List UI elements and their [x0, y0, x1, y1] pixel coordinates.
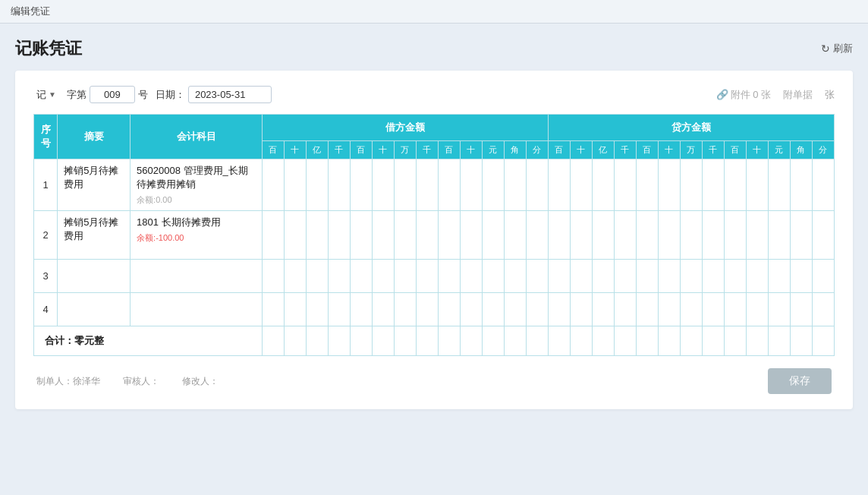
row-3-credit-digit-1[interactable]	[570, 260, 592, 293]
refresh-button[interactable]: ↻ 刷新	[821, 42, 853, 55]
row-1-credit-digit-3[interactable]	[614, 159, 636, 211]
row-3-debit-digit-11[interactable]	[504, 260, 526, 293]
row-2-credit-digit-7[interactable]	[702, 211, 724, 260]
row-1-debit-digit-6[interactable]	[394, 159, 416, 211]
voucher-number-input[interactable]	[90, 86, 135, 103]
row-3-debit-digit-8[interactable]	[438, 260, 460, 293]
row-4-credit-digit-2[interactable]	[592, 293, 614, 326]
row-2-debit-digit-5[interactable]	[372, 211, 394, 260]
row-3-debit-digit-0[interactable]	[262, 260, 284, 293]
row-3-debit-digit-1[interactable]	[284, 260, 306, 293]
row-4-debit-digit-7[interactable]	[416, 293, 438, 326]
row-2-debit-digit-9[interactable]	[460, 211, 482, 260]
row-4-debit-digit-1[interactable]	[284, 293, 306, 326]
row-4-debit-digit-11[interactable]	[504, 293, 526, 326]
row-2-credit-digit-5[interactable]	[658, 211, 680, 260]
row-2-debit-digit-4[interactable]	[350, 211, 372, 260]
row-3-debit-digit-9[interactable]	[460, 260, 482, 293]
row-4-debit-digit-2[interactable]	[306, 293, 328, 326]
row-summary-3[interactable]	[58, 260, 131, 293]
row-4-debit-digit-6[interactable]	[394, 293, 416, 326]
row-4-debit-digit-4[interactable]	[350, 293, 372, 326]
row-4-credit-digit-1[interactable]	[570, 293, 592, 326]
row-2-debit-digit-2[interactable]	[306, 211, 328, 260]
row-summary-4[interactable]	[58, 293, 131, 326]
row-2-credit-digit-11[interactable]	[790, 211, 812, 260]
table-row[interactable]: 1摊销5月待摊费用56020008 管理费用_长期待摊费用摊销余额:0.00	[34, 159, 835, 211]
voucher-type-button[interactable]: 记 ▼	[33, 87, 59, 103]
row-account-2[interactable]: 1801 长期待摊费用余额:-100.00	[131, 211, 263, 260]
row-4-credit-digit-9[interactable]	[746, 293, 768, 326]
row-1-credit-digit-1[interactable]	[570, 159, 592, 211]
row-4-debit-digit-0[interactable]	[262, 293, 284, 326]
row-3-debit-digit-4[interactable]	[350, 260, 372, 293]
row-1-credit-digit-2[interactable]	[592, 159, 614, 211]
row-3-credit-digit-2[interactable]	[592, 260, 614, 293]
row-1-debit-digit-1[interactable]	[284, 159, 306, 211]
row-2-credit-digit-2[interactable]	[592, 211, 614, 260]
table-row[interactable]: 2摊销5月待摊费用1801 长期待摊费用余额:-100.00	[34, 211, 835, 260]
row-4-debit-digit-10[interactable]	[482, 293, 504, 326]
row-1-debit-digit-8[interactable]	[438, 159, 460, 211]
row-3-debit-digit-7[interactable]	[416, 260, 438, 293]
row-4-debit-digit-5[interactable]	[372, 293, 394, 326]
row-2-debit-digit-1[interactable]	[284, 211, 306, 260]
row-3-credit-digit-8[interactable]	[724, 260, 746, 293]
row-2-debit-digit-8[interactable]	[438, 211, 460, 260]
row-3-credit-digit-6[interactable]	[680, 260, 702, 293]
row-1-debit-digit-7[interactable]	[416, 159, 438, 211]
row-3-debit-digit-6[interactable]	[394, 260, 416, 293]
row-2-credit-digit-3[interactable]	[614, 211, 636, 260]
row-4-credit-digit-6[interactable]	[680, 293, 702, 326]
row-3-debit-digit-12[interactable]	[526, 260, 548, 293]
row-1-credit-digit-8[interactable]	[724, 159, 746, 211]
row-2-credit-digit-10[interactable]	[768, 211, 790, 260]
row-4-debit-digit-9[interactable]	[460, 293, 482, 326]
row-1-credit-digit-10[interactable]	[768, 159, 790, 211]
row-1-debit-digit-12[interactable]	[526, 159, 548, 211]
row-3-credit-digit-3[interactable]	[614, 260, 636, 293]
row-2-debit-digit-12[interactable]	[526, 211, 548, 260]
row-1-credit-digit-11[interactable]	[790, 159, 812, 211]
row-1-debit-digit-9[interactable]	[460, 159, 482, 211]
row-3-credit-digit-7[interactable]	[702, 260, 724, 293]
row-summary-2[interactable]: 摊销5月待摊费用	[58, 211, 131, 260]
table-row[interactable]: 3	[34, 260, 835, 293]
row-1-credit-digit-4[interactable]	[636, 159, 658, 211]
row-3-credit-digit-4[interactable]	[636, 260, 658, 293]
row-account-1[interactable]: 56020008 管理费用_长期待摊费用摊销余额:0.00	[131, 159, 263, 211]
row-4-debit-digit-3[interactable]	[328, 293, 350, 326]
row-1-debit-digit-11[interactable]	[504, 159, 526, 211]
row-4-debit-digit-8[interactable]	[438, 293, 460, 326]
row-4-credit-digit-3[interactable]	[614, 293, 636, 326]
row-2-credit-digit-8[interactable]	[724, 211, 746, 260]
row-2-credit-digit-1[interactable]	[570, 211, 592, 260]
row-4-credit-digit-7[interactable]	[702, 293, 724, 326]
row-summary-1[interactable]: 摊销5月待摊费用	[58, 159, 131, 211]
row-2-credit-digit-9[interactable]	[746, 211, 768, 260]
row-2-debit-digit-7[interactable]	[416, 211, 438, 260]
row-1-debit-digit-5[interactable]	[372, 159, 394, 211]
row-4-credit-digit-11[interactable]	[790, 293, 812, 326]
row-2-credit-digit-12[interactable]	[812, 211, 834, 260]
row-4-credit-digit-4[interactable]	[636, 293, 658, 326]
row-2-debit-digit-11[interactable]	[504, 211, 526, 260]
row-3-credit-digit-10[interactable]	[768, 260, 790, 293]
row-1-credit-digit-7[interactable]	[702, 159, 724, 211]
date-input[interactable]	[188, 86, 272, 103]
row-1-credit-digit-6[interactable]	[680, 159, 702, 211]
row-2-debit-digit-0[interactable]	[262, 211, 284, 260]
row-1-debit-digit-10[interactable]	[482, 159, 504, 211]
row-4-credit-digit-5[interactable]	[658, 293, 680, 326]
row-1-credit-digit-0[interactable]	[548, 159, 570, 211]
row-account-4[interactable]	[131, 293, 263, 326]
table-row[interactable]: 4	[34, 293, 835, 326]
row-2-credit-digit-6[interactable]	[680, 211, 702, 260]
row-3-debit-digit-5[interactable]	[372, 260, 394, 293]
row-3-debit-digit-10[interactable]	[482, 260, 504, 293]
row-2-debit-digit-3[interactable]	[328, 211, 350, 260]
row-1-debit-digit-0[interactable]	[262, 159, 284, 211]
row-account-3[interactable]	[131, 260, 263, 293]
row-3-credit-digit-0[interactable]	[548, 260, 570, 293]
row-3-credit-digit-5[interactable]	[658, 260, 680, 293]
